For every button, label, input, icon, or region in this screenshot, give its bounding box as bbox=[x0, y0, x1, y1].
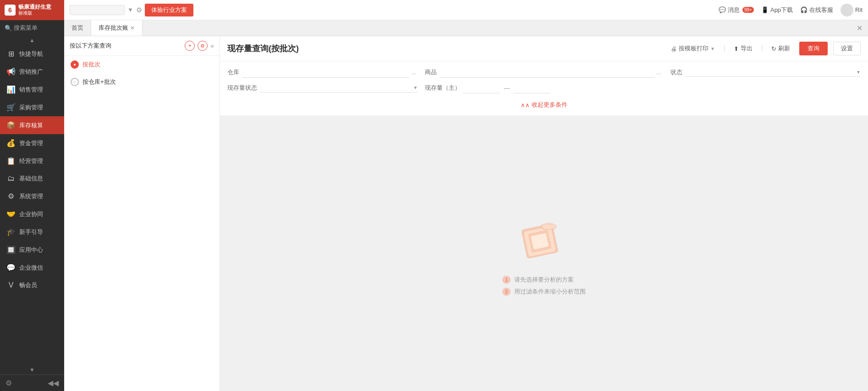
scheme-settings-button[interactable]: ⚙ bbox=[198, 41, 208, 51]
sidebar-item-guide[interactable]: 🎓 新手引导 bbox=[0, 223, 64, 241]
inventory-status-select[interactable]: ▼ bbox=[260, 83, 418, 92]
settings-button[interactable]: 设置 bbox=[833, 42, 861, 55]
sidebar-item-label: 采购管理 bbox=[19, 103, 43, 112]
sidebar-item-wechat[interactable]: 💬 企业微信 bbox=[0, 259, 64, 277]
tip-num-1: 1 bbox=[502, 276, 511, 284]
sidebar-item-sales[interactable]: 📊 销售管理 bbox=[0, 81, 64, 98]
status-field: 状态 ▼ bbox=[670, 68, 861, 77]
print-dropdown-arrow[interactable]: ▼ bbox=[710, 46, 715, 51]
marketing-icon: 📢 bbox=[6, 67, 16, 76]
product-label: 商品 bbox=[425, 68, 437, 76]
sidebar-item-label: 销售管理 bbox=[19, 86, 43, 94]
filter-row-2: 现存量状态 ▼ 现存量（主） — bbox=[227, 82, 861, 93]
tip-text-1: 请先选择要分析的方案 bbox=[514, 276, 574, 284]
scheme-item-label: 按批次 bbox=[82, 60, 100, 69]
sidebar-item-label: 应用中心 bbox=[19, 246, 43, 254]
message-badge: 99+ bbox=[742, 7, 754, 13]
status-select[interactable]: ▼ bbox=[685, 68, 861, 77]
topbar-settings-icon[interactable]: ⚙ bbox=[136, 6, 142, 14]
phone-icon: 📱 bbox=[761, 6, 769, 13]
export-button[interactable]: ⬆ 导出 bbox=[730, 43, 756, 54]
main-area: ▼ ⚙ 体验行业方案 💬 消息 99+ 📱 App下载 🎧 在线客服 Rit bbox=[64, 0, 868, 391]
collapse-panel-button[interactable]: « bbox=[210, 42, 214, 49]
sidebar-item-finance[interactable]: 💰 资金管理 bbox=[0, 134, 64, 152]
app-download-group[interactable]: 📱 App下载 bbox=[761, 6, 793, 14]
search-icon: 🔍 bbox=[5, 25, 12, 32]
sales-icon: 📊 bbox=[6, 85, 16, 94]
divider-2 bbox=[762, 45, 762, 52]
avatar bbox=[841, 4, 853, 16]
page-title: 现存量查询(按批次) bbox=[227, 43, 299, 54]
print-icon: 🖨 bbox=[671, 45, 677, 52]
warehouse-dots[interactable]: ... bbox=[409, 69, 418, 76]
product-input[interactable] bbox=[439, 67, 654, 78]
collapse-conditions-button[interactable]: ∧∧ 收起更多条件 bbox=[227, 98, 861, 110]
scheme-item-batch[interactable]: ● 按批次 bbox=[64, 56, 220, 73]
sidebar-header: 6 畅康通好生意 标准版 bbox=[0, 0, 64, 20]
wechat-icon: 💬 bbox=[6, 263, 16, 272]
sidebar-item-marketing[interactable]: 📢 营销推广 bbox=[0, 63, 64, 81]
inventory-main-dash: — bbox=[500, 85, 513, 92]
tab-inventory-batch-label: 库存批次账 bbox=[99, 24, 128, 32]
sidebar-item-system[interactable]: ⚙ 系统管理 bbox=[0, 187, 64, 205]
user-name: Rit bbox=[855, 6, 863, 13]
search-label: 搜索菜单 bbox=[14, 24, 38, 32]
app-logo: 6 bbox=[5, 5, 16, 16]
left-panel-icons: + ⚙ « bbox=[185, 41, 214, 51]
inventory-main-from[interactable] bbox=[463, 82, 500, 93]
quick-nav-icon: ⊞ bbox=[6, 49, 16, 58]
scheme-item-label-2: 按仓库+批次 bbox=[82, 78, 116, 86]
online-service-group[interactable]: 🎧 在线客服 bbox=[800, 6, 833, 14]
topbar-search-input[interactable] bbox=[70, 5, 125, 15]
product-dots[interactable]: ... bbox=[655, 69, 663, 76]
collapse-label: 收起更多条件 bbox=[532, 101, 567, 109]
inventory-main-label: 现存量（主） bbox=[425, 84, 461, 92]
print-template-button[interactable]: 🖨 按模板打印 ▼ bbox=[667, 43, 719, 54]
sidebar-item-label: 畅会员 bbox=[19, 281, 37, 289]
gear-icon: ⚙ bbox=[200, 43, 205, 49]
sidebar-item-vip[interactable]: V 畅会员 bbox=[0, 277, 64, 294]
sidebar-item-inventory[interactable]: 📦 库存核算 bbox=[0, 116, 64, 134]
topbar-left: ▼ ⚙ 体验行业方案 bbox=[70, 4, 715, 16]
sidebar-item-apps[interactable]: 🔲 应用中心 bbox=[0, 241, 64, 259]
sidebar: 6 畅康通好生意 标准版 🔍 搜索菜单 ▲ ⊞ 快捷导航 📢 营销推广 📊 销售… bbox=[0, 0, 64, 391]
query-button[interactable]: 查询 bbox=[799, 42, 828, 55]
content-area: 按以下方案查询 + ⚙ « ● 按批次 ○ 按仓库+批次 bbox=[64, 36, 868, 391]
export-label: 导出 bbox=[741, 44, 753, 53]
tab-close-icon[interactable]: ✕ bbox=[130, 25, 135, 31]
tabs-bar: 首页 库存批次账 ✕ ✕ bbox=[64, 20, 868, 36]
left-panel-title: 按以下方案查询 bbox=[70, 42, 111, 50]
topbar-dropdown-arrow[interactable]: ▼ bbox=[127, 6, 133, 13]
collapse-sidebar-icon[interactable]: ◀◀ bbox=[48, 379, 59, 387]
sidebar-item-operations[interactable]: 📋 经营管理 bbox=[0, 152, 64, 170]
user-group[interactable]: Rit bbox=[841, 4, 863, 16]
sidebar-search[interactable]: 🔍 搜索菜单 bbox=[0, 20, 64, 36]
settings-icon[interactable]: ⚙ bbox=[5, 379, 12, 387]
online-service-label: 在线客服 bbox=[809, 6, 833, 14]
service-icon: 🎧 bbox=[800, 6, 808, 13]
tab-home[interactable]: 首页 bbox=[64, 20, 91, 36]
tab-inventory-batch[interactable]: 库存批次账 ✕ bbox=[91, 20, 143, 36]
message-group[interactable]: 💬 消息 99+ bbox=[719, 6, 754, 14]
sidebar-item-purchase[interactable]: 🛒 采购管理 bbox=[0, 98, 64, 116]
topbar-right: 💬 消息 99+ 📱 App下载 🎧 在线客服 Rit bbox=[719, 4, 863, 16]
finance-icon: 💰 bbox=[6, 139, 16, 147]
scroll-up-arrow[interactable]: ▲ bbox=[0, 36, 64, 45]
inventory-status-arrow: ▼ bbox=[413, 85, 418, 90]
sidebar-item-quick-nav[interactable]: ⊞ 快捷导航 bbox=[0, 45, 64, 63]
experience-button[interactable]: 体验行业方案 bbox=[145, 4, 193, 16]
sidebar-item-basic[interactable]: 🗂 基础信息 bbox=[0, 170, 64, 187]
sidebar-item-enterprise[interactable]: 🤝 企业协同 bbox=[0, 205, 64, 223]
system-icon: ⚙ bbox=[6, 192, 16, 201]
sidebar-nav: ⊞ 快捷导航 📢 营销推广 📊 销售管理 🛒 采购管理 📦 库存核算 💰 资金管… bbox=[0, 45, 64, 365]
page-actions: 🖨 按模板打印 ▼ ⬆ 导出 ↻ 刷新 查询 设置 bbox=[667, 42, 861, 55]
add-scheme-button[interactable]: + bbox=[185, 41, 195, 51]
warehouse-input[interactable] bbox=[242, 67, 409, 78]
inventory-main-field: 现存量（主） — bbox=[425, 82, 663, 93]
tab-home-label: 首页 bbox=[71, 24, 83, 32]
inventory-main-to[interactable] bbox=[513, 82, 550, 93]
refresh-button[interactable]: ↻ 刷新 bbox=[768, 43, 794, 54]
page-close-button[interactable]: ✕ bbox=[851, 24, 868, 33]
scheme-item-warehouse-batch[interactable]: ○ 按仓库+批次 bbox=[64, 73, 220, 91]
scroll-down-arrow[interactable]: ▼ bbox=[0, 365, 64, 375]
